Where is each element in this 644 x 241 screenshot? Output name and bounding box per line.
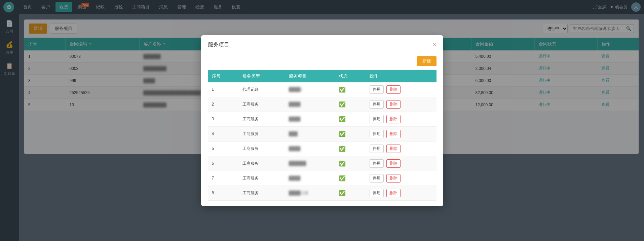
modal-header: 服务项目 × (201, 35, 443, 52)
modal-cell-index: 5 (208, 141, 238, 156)
status-check-icon: ✅ (339, 131, 346, 137)
stop-button[interactable]: 停用 (370, 115, 384, 123)
service-modal: 服务项目 × 新建 序号 服务类型 服务项目 状态 操作 1 (201, 35, 443, 206)
modal-cell-action[interactable]: 停用 删除 (366, 112, 436, 126)
modal-cell-type: 工商服务 (238, 171, 285, 186)
modal-overlay[interactable]: 服务项目 × 新建 序号 服务类型 服务项目 状态 操作 1 (0, 0, 644, 241)
modal-cell-index: 2 (208, 97, 238, 112)
status-check-icon: ✅ (339, 102, 346, 107)
modal-cell-status: ✅ (335, 141, 366, 156)
delete-button[interactable]: 删除 (386, 159, 401, 168)
delete-button[interactable]: 删除 (386, 145, 401, 153)
modal-col-status: 状态 (335, 70, 366, 82)
delete-button[interactable]: 删除 (386, 100, 401, 109)
delete-button[interactable]: 删除 (386, 174, 401, 183)
modal-cell-index: 6 (208, 156, 238, 171)
modal-cell-status: ✅ (335, 156, 366, 171)
status-check-icon: ✅ (339, 175, 346, 181)
modal-col-index: 序号 (208, 70, 238, 82)
modal-cell-item: ████ (285, 171, 335, 186)
modal-col-item: 服务项目 (285, 70, 335, 82)
delete-button[interactable]: 删除 (386, 189, 401, 197)
modal-table-header: 序号 服务类型 服务项目 状态 操作 (208, 70, 437, 82)
modal-table-row: 1 代理记账 ████1 ✅ 停用 删除 (208, 82, 437, 97)
modal-cell-action[interactable]: 停用 删除 (366, 97, 436, 112)
modal-table-row: 4 工商服务 ███ ✅ 停用 删除 (208, 126, 437, 141)
status-check-icon: ✅ (339, 161, 346, 166)
modal-cell-action[interactable]: 停用 删除 (366, 126, 436, 141)
delete-button[interactable]: 删除 (386, 130, 401, 138)
modal-cell-item: ████ (285, 112, 335, 126)
modal-cell-action[interactable]: 停用 删除 (366, 171, 436, 186)
modal-cell-item: ███ (285, 126, 335, 141)
status-check-icon: ✅ (339, 190, 346, 196)
modal-cell-status: ✅ (335, 126, 366, 141)
stop-button[interactable]: 停用 (370, 174, 384, 183)
modal-table-row: 3 工商服务 ████ ✅ 停用 删除 (208, 112, 437, 126)
modal-cell-item: ████1 (285, 82, 335, 97)
modal-cell-status: ✅ (335, 82, 366, 97)
modal-cell-status: ✅ (335, 186, 366, 200)
modal-close-button[interactable]: × (433, 42, 437, 48)
delete-button[interactable]: 删除 (386, 115, 401, 123)
stop-button[interactable]: 停用 (370, 85, 384, 94)
modal-cell-status: ✅ (335, 112, 366, 126)
modal-cell-action[interactable]: 停用 删除 (366, 82, 436, 97)
status-check-icon: ✅ (339, 116, 346, 122)
modal-table-row: 5 工商服务 ████ ✅ 停用 删除 (208, 141, 437, 156)
modal-table-row: 7 工商服务 ████ ✅ 停用 删除 (208, 171, 437, 186)
modal-table-row: 2 工商服务 ████ ✅ 停用 删除 (208, 97, 437, 112)
modal-cell-type: 工商服务 (238, 186, 285, 200)
modal-col-action: 操作 (366, 70, 436, 82)
modal-cell-status: ✅ (335, 171, 366, 186)
modal-cell-item: ████ (285, 141, 335, 156)
modal-cell-index: 4 (208, 126, 238, 141)
delete-button[interactable]: 删除 (386, 85, 401, 94)
modal-cell-action[interactable]: 停用 删除 (366, 141, 436, 156)
modal-col-type: 服务类型 (238, 70, 285, 82)
modal-cell-action[interactable]: 停用 删除 (366, 156, 436, 171)
stop-button[interactable]: 停用 (370, 145, 384, 153)
modal-cell-status: ✅ (335, 97, 366, 112)
modal-toolbar: 新建 (201, 52, 443, 70)
stop-button[interactable]: 停用 (370, 130, 384, 138)
status-check-icon: ✅ (339, 146, 346, 152)
modal-cell-item: ████ (285, 97, 335, 112)
status-check-icon: ✅ (339, 87, 346, 92)
service-items-table: 序号 服务类型 服务项目 状态 操作 1 代理记账 ████1 ✅ 停用 删除 … (208, 70, 437, 201)
modal-table-row: 8 工商服务 ████注册 ✅ 停用 删除 (208, 186, 437, 200)
modal-cell-index: 8 (208, 186, 238, 200)
modal-title: 服务项目 (208, 41, 229, 48)
stop-button[interactable]: 停用 (370, 189, 384, 197)
modal-new-button[interactable]: 新建 (417, 56, 437, 66)
modal-table-row: 6 工商服务 ██████ ✅ 停用 删除 (208, 156, 437, 171)
stop-button[interactable]: 停用 (370, 100, 384, 109)
modal-cell-item: ████注册 (285, 186, 335, 200)
modal-cell-index: 3 (208, 112, 238, 126)
modal-table-body: 1 代理记账 ████1 ✅ 停用 删除 2 工商服务 ████ ✅ 停用 删除… (208, 82, 437, 201)
modal-cell-index: 7 (208, 171, 238, 186)
modal-body: 序号 服务类型 服务项目 状态 操作 1 代理记账 ████1 ✅ 停用 删除 … (201, 70, 443, 206)
modal-cell-type: 工商服务 (238, 97, 285, 112)
modal-cell-item: ██████ (285, 156, 335, 171)
modal-cell-type: 工商服务 (238, 156, 285, 171)
modal-cell-index: 1 (208, 82, 238, 97)
modal-cell-type: 工商服务 (238, 126, 285, 141)
stop-button[interactable]: 停用 (370, 159, 384, 168)
modal-cell-type: 工商服务 (238, 112, 285, 126)
modal-cell-type: 代理记账 (238, 82, 285, 97)
modal-cell-action[interactable]: 停用 删除 (366, 186, 436, 200)
modal-cell-type: 工商服务 (238, 141, 285, 156)
